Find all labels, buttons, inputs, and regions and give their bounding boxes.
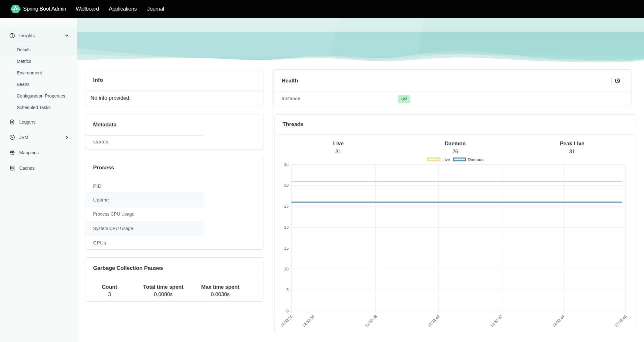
svg-text:12:33:35: 12:33:35 <box>280 314 293 328</box>
svg-text:30: 30 <box>284 183 289 188</box>
svg-text:15: 15 <box>284 246 289 251</box>
svg-text:12:33:36: 12:33:36 <box>301 314 315 328</box>
svg-text:25: 25 <box>284 204 289 209</box>
svg-text:35: 35 <box>284 162 289 167</box>
svg-text:10: 10 <box>284 267 289 271</box>
svg-text:12:33:46: 12:33:46 <box>614 314 628 328</box>
svg-text:12:33:42: 12:33:42 <box>489 314 503 328</box>
svg-text:20: 20 <box>284 225 289 230</box>
svg-text:0: 0 <box>286 309 289 313</box>
svg-text:5: 5 <box>286 288 289 292</box>
svg-text:12:33:38: 12:33:38 <box>364 314 378 328</box>
svg-text:12:33:40: 12:33:40 <box>427 314 440 328</box>
svg-text:12:33:44: 12:33:44 <box>552 314 565 328</box>
